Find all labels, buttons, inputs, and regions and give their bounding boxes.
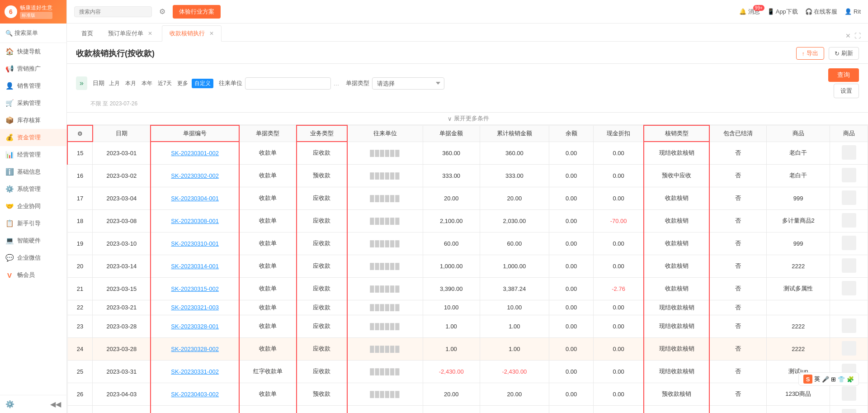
doc-no-link[interactable]: SK-20230310-001	[171, 240, 219, 247]
td-no: 23	[67, 315, 93, 337]
online-service-button[interactable]: 🎧 在线客服	[805, 8, 838, 16]
handshake-icon: 🤝	[5, 202, 14, 210]
filter-toggle-btn[interactable]: »	[76, 76, 87, 90]
topbar-gear-icon[interactable]: ⚙	[159, 7, 165, 16]
sidebar-item-sales[interactable]: 👤 销售管理	[0, 77, 66, 95]
td-amount: 20.00	[423, 187, 480, 209]
refresh-icon: ↻	[835, 50, 840, 57]
td-doc-no: SK-20230408-001	[151, 405, 239, 413]
td-doc-type: 收款单	[239, 277, 297, 300]
watermark-shirt-icon: 👕	[838, 376, 845, 383]
doc-no-link[interactable]: SK-20230321-003	[171, 304, 219, 311]
doc-no-link[interactable]: SK-20230302-002	[171, 172, 219, 179]
notice-button[interactable]: 🔔 消息 99+	[739, 8, 760, 16]
guide-icon: 📋	[5, 219, 14, 228]
sidebar-item-guide[interactable]: 📋 新手引导	[0, 215, 66, 232]
td-doc-type: 收款单	[239, 255, 297, 277]
maximize-window-icon[interactable]: ⛶	[854, 32, 861, 39]
sidebar-item-quick-nav[interactable]: 🏠 快捷导航	[0, 43, 66, 60]
doc-no-link[interactable]: SK-20230315-002	[171, 285, 219, 292]
td-cash-discount: 0.00	[593, 300, 644, 315]
date-last-month[interactable]: 上月	[107, 79, 122, 88]
sidebar-search[interactable]: 🔍 搜索菜单	[0, 24, 66, 43]
sidebar-item-operations[interactable]: 📊 经营管理	[0, 146, 66, 163]
export-button[interactable]: ↑ 导出	[796, 47, 825, 60]
sidebar-item-enterprise[interactable]: 🤝 企业协同	[0, 198, 66, 215]
tab2-close-icon[interactable]: ✕	[209, 30, 214, 37]
th-doc-type: 单据类型	[239, 125, 297, 142]
doc-no-link[interactable]: SK-20230301-002	[171, 150, 219, 157]
sidebar-item-hardware[interactable]: 💻 智能硬件	[0, 232, 66, 249]
td-doc-no: SK-20230328-001	[151, 315, 239, 337]
td-cash-discount: 0.00	[593, 142, 644, 164]
td-product-img	[830, 277, 868, 300]
settings-bottom-icon[interactable]: ⚙️	[5, 400, 14, 408]
doctype-select[interactable]: 请选择 收款单 红字收款单	[372, 77, 444, 90]
partner-input[interactable]	[245, 77, 331, 90]
date-this-month[interactable]: 本月	[123, 79, 138, 88]
user-menu-button[interactable]: 👤 Rit	[844, 8, 861, 15]
date-custom-btn[interactable]: 自定义	[192, 79, 213, 88]
sidebar-item-system[interactable]: ⚙️ 系统管理	[0, 180, 66, 198]
search-menu-btn[interactable]: 🔍 搜索菜单	[4, 27, 63, 39]
date-this-year[interactable]: 本年	[140, 79, 154, 88]
doc-no-link[interactable]: SK-20230314-001	[171, 263, 219, 270]
sidebar-item-purchase[interactable]: 🛒 采购管理	[0, 95, 66, 112]
close-window-icon[interactable]: ✕	[845, 32, 851, 39]
sidebar-item-member[interactable]: V 畅会员	[0, 266, 66, 284]
th-gear[interactable]: ⚙	[67, 125, 93, 142]
filter-bar: » 日期 上月 本月 本年 近7天 更多 自定义 往来单位 …	[67, 64, 868, 113]
refresh-button[interactable]: ↻ 刷新	[829, 47, 859, 60]
sidebar-item-finance[interactable]: 💰 资金管理	[0, 129, 66, 146]
filter-actions: 查询 设置	[828, 68, 859, 98]
td-included: 否	[709, 187, 766, 209]
watermark-puzzle-icon: 🧩	[847, 376, 854, 383]
td-product-img	[830, 142, 868, 164]
home-icon: 🏠	[5, 47, 14, 56]
info-icon: ℹ️	[5, 168, 14, 176]
doc-no-link[interactable]: SK-20230331-002	[171, 368, 219, 375]
doc-no-link[interactable]: SK-20230304-001	[171, 195, 219, 202]
filter-settings-button[interactable]: 设置	[834, 84, 859, 98]
doc-no-link[interactable]: SK-20230308-001	[171, 218, 219, 224]
td-biz-type: 应收款	[297, 315, 347, 337]
td-biz-type: 预收款	[297, 383, 347, 405]
td-included: 否	[709, 209, 766, 232]
td-cash-discount: 0.00	[593, 232, 644, 255]
td-verified: 100.00	[480, 405, 549, 413]
td-partner: ██████	[347, 383, 423, 405]
date-options: 上月 本月 本年 近7天 更多 自定义	[107, 79, 213, 88]
td-product-img	[830, 315, 868, 337]
sidebar-item-wechat[interactable]: 💬 企业微信	[0, 249, 66, 266]
doc-no-link[interactable]: SK-20230403-002	[171, 391, 219, 398]
doc-no-link[interactable]: SK-20230328-001	[171, 323, 219, 330]
td-balance: 0.00	[549, 383, 594, 405]
td-no: 19	[67, 232, 93, 255]
td-partner: ██████	[347, 187, 423, 209]
query-button[interactable]: 查询	[828, 68, 859, 82]
expand-conditions-btn[interactable]: ∨ 展开更多条件	[67, 113, 868, 125]
date-more[interactable]: 更多	[175, 79, 190, 88]
collapse-icon[interactable]: ◀◀	[50, 400, 61, 408]
td-verified: 1.00	[480, 337, 549, 360]
date-7days[interactable]: 近7天	[156, 79, 174, 88]
tab-prepayment[interactable]: 预订单应付单 ✕	[100, 25, 160, 41]
topbar-search-input[interactable]	[74, 6, 152, 17]
td-verify-type: 现结收款核销	[644, 315, 709, 337]
td-verified: 360.00	[480, 142, 549, 164]
tab-home[interactable]: 首页	[74, 26, 100, 41]
td-doc-type: 收款单	[239, 383, 297, 405]
sidebar-item-marketing[interactable]: 📢 营销推广	[0, 60, 66, 77]
td-included: 否	[709, 164, 766, 187]
td-date: 2023-03-28	[93, 337, 151, 360]
tab-receipt-verify[interactable]: 收款核销执行 ✕	[162, 25, 222, 42]
solution-button[interactable]: 体验行业方案	[173, 5, 221, 19]
sidebar-item-basics[interactable]: ℹ️ 基础信息	[0, 163, 66, 180]
tab1-close-icon[interactable]: ✕	[148, 30, 152, 37]
app-download-button[interactable]: 📱 App下载	[767, 8, 798, 16]
doc-no-link[interactable]: SK-20230328-002	[171, 346, 219, 352]
td-partner: ██████	[347, 232, 423, 255]
td-biz-type: 应收款	[297, 187, 347, 209]
th-included: 包含已结清	[709, 125, 766, 142]
sidebar-item-inventory[interactable]: 📦 库存核算	[0, 112, 66, 129]
